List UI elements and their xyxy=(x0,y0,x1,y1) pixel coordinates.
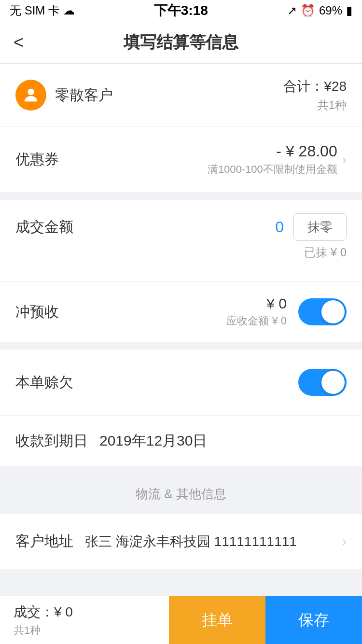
status-bar: 无 SIM 卡 ☁ 下午3:18 ↗ ⏰ 69% ▮ xyxy=(0,0,362,21)
coupon-value: - ¥ 28.00 满1000-100不限制使用金额 xyxy=(208,142,337,177)
total-count: 共1种 xyxy=(283,98,347,113)
coupon-right: - ¥ 28.00 满1000-100不限制使用金额 › xyxy=(208,142,347,177)
save-button[interactable]: 保存 xyxy=(265,596,362,644)
due-date-label: 收款到期日 xyxy=(15,431,88,451)
user-icon xyxy=(21,85,41,105)
pre-receive-label: 冲预收 xyxy=(15,302,59,322)
alarm-icon: ⏰ xyxy=(301,4,315,17)
debt-section: 本单赊欠 收款到期日 2019年12月30日 xyxy=(0,350,362,466)
deal-right: 0 抹零 xyxy=(275,213,347,241)
debt-row: 本单赊欠 xyxy=(0,350,362,415)
pre-sub: 应收金额 ¥ 0 xyxy=(226,314,287,328)
address-row[interactable]: 客户地址 张三 海淀永丰科技园 11111111111 › xyxy=(0,514,362,569)
debt-toggle-knob xyxy=(321,371,345,394)
coupon-discount: - ¥ 28.00 xyxy=(208,142,337,160)
due-date-value: 2019年12月30日 xyxy=(99,431,207,451)
battery-icon: ▮ xyxy=(346,4,352,17)
round-button[interactable]: 抹零 xyxy=(293,213,347,241)
coupon-row[interactable]: 优惠券 - ¥ 28.00 满1000-100不限制使用金额 › xyxy=(0,126,362,192)
address-value: 张三 海淀永丰科技园 11111111111 xyxy=(85,532,297,552)
pre-receive-value: ¥ 0 应收金额 ¥ 0 xyxy=(226,295,287,328)
status-left: 无 SIM 卡 ☁ xyxy=(10,3,75,18)
bottom-info: 成交：¥ 0 共1种 xyxy=(0,596,169,644)
pre-receive-row: 冲预收 ¥ 0 应收金额 ¥ 0 xyxy=(0,281,362,342)
nav-bar: < 填写结算等信息 xyxy=(0,21,362,64)
bottom-deal: 成交：¥ 0 xyxy=(14,603,155,621)
customer-row: 零散客户 合计：¥28 共1种 xyxy=(0,64,362,126)
status-right: ↗ ⏰ 69% ▮ xyxy=(287,4,352,17)
due-date-row: 收款到期日 2019年12月30日 xyxy=(0,415,362,466)
location-icon: ↗ xyxy=(287,4,297,17)
deal-inner: 成交金额 0 抹零 已抹 ¥ 0 xyxy=(0,200,362,274)
bottom-count: 共1种 xyxy=(14,623,155,638)
deal-amount-value: 0 xyxy=(275,218,284,236)
deal-row: 成交金额 0 抹零 xyxy=(15,213,347,241)
logistics-header: 物流 & 其他信息 xyxy=(0,474,362,514)
customer-left: 零散客户 xyxy=(15,80,113,111)
deal-section: 成交金额 0 抹零 已抹 ¥ 0 冲预收 ¥ 0 应收金额 ¥ 0 xyxy=(0,200,362,342)
customer-right: 合计：¥28 共1种 xyxy=(283,77,347,113)
address-chevron-icon: › xyxy=(342,534,347,549)
customer-name: 零散客户 xyxy=(55,85,113,105)
battery-label: 69% xyxy=(319,4,342,17)
page-title: 填写结算等信息 xyxy=(124,31,238,54)
status-time: 下午3:18 xyxy=(154,1,208,20)
coupon-desc: 满1000-100不限制使用金额 xyxy=(208,162,337,177)
pre-receive-toggle[interactable] xyxy=(298,298,347,325)
bottom-deal-label: 成交： xyxy=(14,604,54,619)
debt-toggle[interactable] xyxy=(298,369,347,396)
logistics-title: 物流 & 其他信息 xyxy=(136,487,226,501)
pre-receive-right: ¥ 0 应收金额 ¥ 0 xyxy=(226,295,347,328)
address-label: 客户地址 xyxy=(15,532,73,551)
hang-button[interactable]: 挂单 xyxy=(169,596,265,644)
customer-section: 零散客户 合计：¥28 共1种 优惠券 - ¥ 28.00 满1000-100不… xyxy=(0,64,362,192)
no-sim-label: 无 SIM 卡 ☁ xyxy=(10,3,75,18)
debt-label: 本单赊欠 xyxy=(15,373,73,392)
deal-sub: 已抹 ¥ 0 xyxy=(15,245,347,260)
back-button[interactable]: < xyxy=(14,32,24,53)
avatar xyxy=(15,80,46,111)
pre-amount: ¥ 0 xyxy=(226,295,287,312)
toggle-knob xyxy=(321,300,345,323)
bottom-bar: 成交：¥ 0 共1种 挂单 保存 xyxy=(0,596,362,644)
address-left: 客户地址 张三 海淀永丰科技园 11111111111 xyxy=(15,532,297,552)
svg-point-0 xyxy=(28,89,34,95)
bottom-deal-value: ¥ 0 xyxy=(54,604,73,619)
coupon-label: 优惠券 xyxy=(15,150,59,169)
chevron-right-icon: › xyxy=(342,152,347,168)
total-amount: 合计：¥28 xyxy=(283,77,347,96)
deal-label: 成交金额 xyxy=(15,217,73,237)
